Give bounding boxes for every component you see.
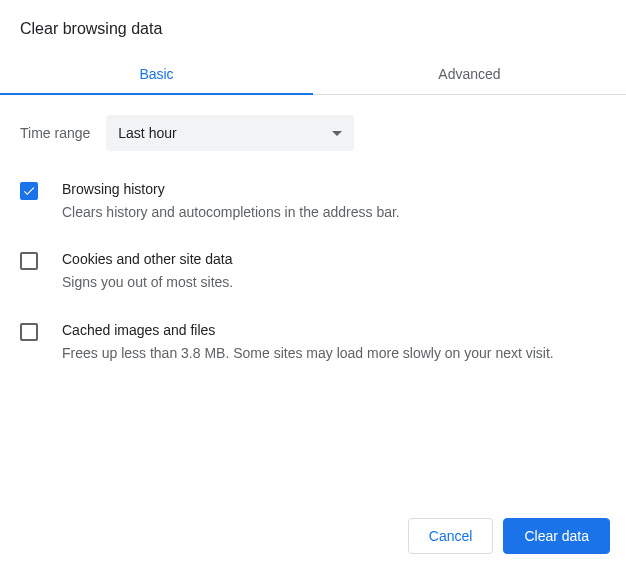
tab-advanced[interactable]: Advanced (313, 54, 626, 94)
dialog-footer: Cancel Clear data (408, 506, 626, 566)
checkbox-cookies[interactable] (20, 252, 38, 270)
clear-data-button[interactable]: Clear data (503, 518, 610, 554)
time-range-label: Time range (20, 125, 90, 141)
option-cached: Cached images and files Frees up less th… (20, 322, 606, 364)
option-text: Browsing history Clears history and auto… (62, 181, 606, 223)
option-title: Cookies and other site data (62, 251, 606, 267)
dialog-title: Clear browsing data (0, 0, 626, 54)
option-desc: Clears history and autocompletions in th… (62, 201, 606, 223)
time-range-select[interactable]: Last hour (106, 115, 354, 151)
chevron-down-icon (332, 131, 342, 136)
tab-basic[interactable]: Basic (0, 54, 313, 94)
checkbox-browsing-history[interactable] (20, 182, 38, 200)
tabs-container: Basic Advanced (0, 54, 626, 95)
option-text: Cookies and other site data Signs you ou… (62, 251, 606, 293)
option-text: Cached images and files Frees up less th… (62, 322, 606, 364)
option-desc: Signs you out of most sites. (62, 271, 606, 293)
dialog-content: Time range Last hour Browsing history Cl… (0, 95, 626, 412)
option-desc: Frees up less than 3.8 MB. Some sites ma… (62, 342, 606, 364)
time-range-value: Last hour (118, 125, 332, 141)
option-title: Browsing history (62, 181, 606, 197)
option-browsing-history: Browsing history Clears history and auto… (20, 181, 606, 223)
option-cookies: Cookies and other site data Signs you ou… (20, 251, 606, 293)
checkbox-cached[interactable] (20, 323, 38, 341)
option-title: Cached images and files (62, 322, 606, 338)
cancel-button[interactable]: Cancel (408, 518, 494, 554)
check-icon (22, 184, 36, 198)
time-range-row: Time range Last hour (20, 115, 606, 151)
